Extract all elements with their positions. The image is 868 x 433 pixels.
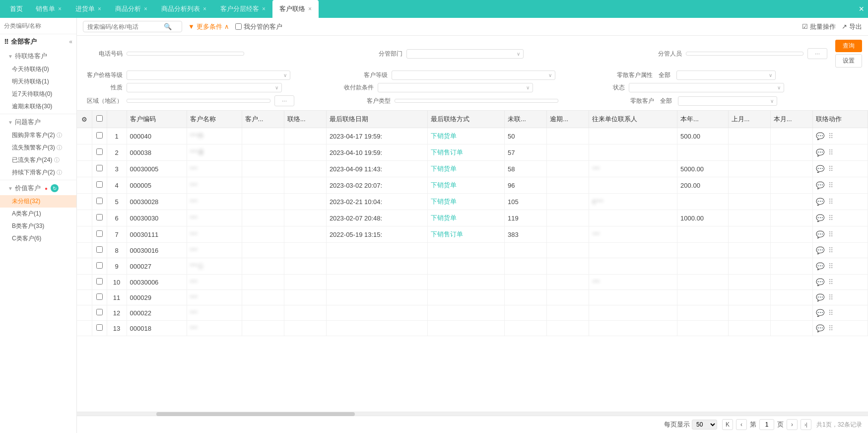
row-checkbox[interactable] xyxy=(96,214,103,220)
first-page-button[interactable]: K xyxy=(722,419,733,430)
row-check[interactable] xyxy=(92,290,107,305)
grid-action-icon[interactable]: ⠿ xyxy=(828,324,833,332)
tab-analysis-close[interactable]: × xyxy=(144,5,147,12)
grid-action-icon[interactable]: ⠿ xyxy=(828,165,833,173)
tab-analysis-list[interactable]: 商品分析列表 × xyxy=(154,0,213,18)
message-icon[interactable]: 💬 xyxy=(816,165,824,173)
sidebar-search-input[interactable] xyxy=(4,22,77,29)
retail-customer-input[interactable]: ∨ xyxy=(678,96,777,106)
page-number-input[interactable] xyxy=(759,419,774,430)
grid-action-icon[interactable]: ⠿ xyxy=(828,132,833,140)
row-check[interactable] xyxy=(92,258,107,275)
customer-type-input[interactable] xyxy=(395,99,558,103)
row-check[interactable] xyxy=(92,305,107,321)
filter-more-conditions[interactable]: ▼ 更多条件 ∧ xyxy=(188,22,229,31)
row-checkbox[interactable] xyxy=(96,293,103,300)
message-icon[interactable]: 💬 xyxy=(816,324,824,332)
message-icon[interactable]: 💬 xyxy=(816,181,824,189)
row-check[interactable] xyxy=(92,243,107,258)
method-link[interactable]: 下销货单 xyxy=(431,132,457,140)
select-all-checkbox[interactable] xyxy=(96,115,103,122)
method-link[interactable]: 下销货单 xyxy=(431,214,457,221)
row-checkbox[interactable] xyxy=(96,262,103,269)
message-icon[interactable]: 💬 xyxy=(816,198,824,206)
tab-home[interactable]: 首页 xyxy=(4,0,29,18)
row-checkbox[interactable] xyxy=(96,309,103,315)
message-icon[interactable]: 💬 xyxy=(816,214,824,222)
row-last-method[interactable] xyxy=(427,275,504,290)
grid-action-icon[interactable]: ⠿ xyxy=(828,230,833,238)
sidebar-group-pending[interactable]: ▼ 待联络客户 xyxy=(0,49,76,63)
sidebar-item-warning[interactable]: 流失预警客户(3) ⓘ xyxy=(0,142,76,154)
tab-customer-segment-close[interactable]: × xyxy=(262,5,266,12)
phone-input[interactable] xyxy=(127,52,244,56)
grid-action-icon[interactable]: ⠿ xyxy=(828,181,833,189)
batch-ops-button[interactable]: ☑ 批量操作 xyxy=(802,22,836,31)
page-size-select[interactable]: 50 100 xyxy=(692,420,717,430)
method-link[interactable]: 下销货单 xyxy=(431,165,457,172)
row-check[interactable] xyxy=(92,161,107,177)
row-checkbox[interactable] xyxy=(96,148,103,155)
row-check[interactable] xyxy=(92,194,107,210)
grid-action-icon[interactable]: ⠿ xyxy=(828,309,833,317)
method-link[interactable]: 下销货单 xyxy=(431,181,457,189)
dept-input[interactable]: ∨ xyxy=(406,49,524,59)
sidebar-search-box[interactable]: 🔍 xyxy=(0,18,76,34)
message-icon[interactable]: 💬 xyxy=(816,293,824,301)
row-checkbox[interactable] xyxy=(96,246,103,253)
query-button[interactable]: 查询 xyxy=(835,40,862,52)
sidebar-item-today[interactable]: 今天待联络(0) xyxy=(0,63,76,75)
scrollbar-thumb[interactable] xyxy=(156,412,355,416)
row-checkbox[interactable] xyxy=(96,165,103,171)
region-more-btn[interactable]: ··· xyxy=(274,95,294,106)
grid-action-icon[interactable]: ⠿ xyxy=(828,214,833,222)
grid-action-icon[interactable]: ⠿ xyxy=(828,278,833,286)
method-link[interactable]: 下销货单 xyxy=(431,198,457,205)
message-icon[interactable]: 💬 xyxy=(816,132,824,140)
tab-analysis[interactable]: 商品分析 × xyxy=(108,0,154,18)
tab-purchase[interactable]: 进货单 × xyxy=(68,0,108,18)
row-last-method[interactable]: 下销货单 xyxy=(427,210,504,226)
horizontal-scrollbar[interactable] xyxy=(77,412,868,416)
row-last-method[interactable]: 下销货单 xyxy=(427,194,504,210)
col-check[interactable] xyxy=(92,111,107,128)
tab-sales[interactable]: 销售单 × xyxy=(29,0,68,18)
col-setting[interactable]: ⚙ xyxy=(77,111,92,128)
tab-analysis-list-close[interactable]: × xyxy=(203,5,206,12)
customer-level-input[interactable]: ∨ xyxy=(392,71,555,80)
sidebar-group-value[interactable]: ▼ 价值客户 ● ↻ xyxy=(0,181,76,195)
tab-customer-contact-close[interactable]: × xyxy=(308,5,312,12)
sidebar-item-7days[interactable]: 近7天待联络(0) xyxy=(0,88,76,100)
sidebar-item-tomorrow[interactable]: 明天待联络(1) xyxy=(0,75,76,88)
retail-attr-input[interactable]: ∨ xyxy=(676,71,776,80)
tab-sales-close[interactable]: × xyxy=(58,5,62,12)
prev-page-button[interactable]: ‹ xyxy=(736,419,747,430)
gender-input[interactable]: ∨ xyxy=(127,83,282,92)
payment-input[interactable]: ∨ xyxy=(378,83,533,92)
row-check[interactable] xyxy=(92,210,107,226)
row-checkbox[interactable] xyxy=(96,278,103,285)
method-link[interactable]: 下销售订单 xyxy=(431,148,463,156)
row-check[interactable] xyxy=(92,128,107,144)
sidebar-item-a[interactable]: A类客户(1) xyxy=(0,208,76,220)
price-level-input[interactable]: ∨ xyxy=(127,71,290,80)
row-last-method[interactable] xyxy=(427,305,504,321)
message-icon[interactable]: 💬 xyxy=(816,309,824,317)
grid-action-icon[interactable]: ⠿ xyxy=(828,262,833,270)
next-page-button[interactable]: › xyxy=(787,419,798,430)
tab-customer-segment[interactable]: 客户分层经客 × xyxy=(213,0,272,18)
tab-purchase-close[interactable]: × xyxy=(98,5,101,12)
sidebar-item-c[interactable]: C类客户(6) xyxy=(0,232,76,245)
tab-customer-contact[interactable]: 客户联络 × xyxy=(272,0,319,18)
row-checkbox[interactable] xyxy=(96,132,103,139)
grid-action-icon[interactable]: ⠿ xyxy=(828,198,833,206)
sidebar-item-lost[interactable]: 已流失客户(24) ⓘ xyxy=(0,154,76,166)
row-checkbox[interactable] xyxy=(96,230,103,237)
sidebar-item-ungroup[interactable]: 未分组(32) xyxy=(0,195,76,208)
grid-action-icon[interactable]: ⠿ xyxy=(828,293,833,301)
row-check[interactable] xyxy=(92,226,107,243)
last-page-button[interactable]: ›| xyxy=(801,419,811,430)
row-check[interactable] xyxy=(92,321,107,336)
method-link[interactable]: 下销售订单 xyxy=(431,230,463,238)
sidebar-item-overdue[interactable]: 逾期未联络(30) xyxy=(0,100,76,113)
